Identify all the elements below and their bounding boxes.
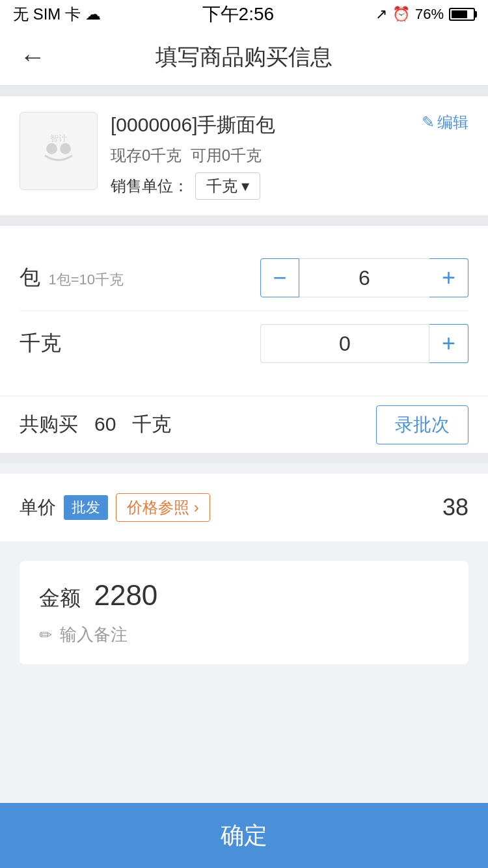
gram-input[interactable]	[260, 324, 429, 363]
amount-value: 2280	[94, 579, 157, 611]
price-value: 38	[442, 494, 468, 521]
svg-point-0	[46, 143, 57, 154]
product-unit-row: 销售单位： 千克 ▾	[111, 172, 409, 200]
divider-2	[0, 453, 488, 463]
product-logo-icon: 智计	[36, 128, 81, 174]
amount-display: 金额 2280	[39, 579, 449, 613]
pencil-icon: ✏	[39, 626, 52, 644]
status-right: ↗ ⏰ 76%	[375, 6, 475, 23]
total-amount: 60	[94, 413, 116, 435]
package-row: 包 1包=10千克 − +	[20, 245, 468, 310]
battery-icon	[449, 8, 475, 21]
status-time: 下午2:56	[202, 2, 275, 27]
battery-percent: 76%	[415, 6, 444, 23]
status-left: 无 SIM 卡 ☁	[13, 4, 101, 25]
svg-text:智计: 智计	[50, 134, 67, 143]
package-plus-button[interactable]: +	[429, 258, 468, 297]
divider-1	[0, 215, 488, 226]
package-quantity-control: − +	[260, 258, 468, 297]
gram-label: 千克	[20, 329, 61, 358]
product-card: 智计 [0000006]手撕面包 现存0千克 可用0千克 销售单位： 千克 ▾ …	[0, 96, 488, 215]
confirm-button[interactable]: 确定	[0, 803, 488, 868]
product-stock: 现存0千克 可用0千克	[111, 145, 409, 166]
price-ref-button[interactable]: 价格参照 ›	[116, 493, 210, 522]
product-name: [0000006]手撕面包	[111, 112, 409, 139]
package-label: 包 1包=10千克	[20, 264, 124, 292]
package-input[interactable]	[299, 258, 429, 297]
price-tag: 批发	[64, 495, 108, 520]
divider-top	[0, 86, 488, 96]
dropdown-icon: ▾	[241, 177, 249, 195]
status-bar: 无 SIM 卡 ☁ 下午2:56 ↗ ⏰ 76%	[0, 0, 488, 29]
input-section: 包 1包=10千克 − + 千克 +	[0, 226, 488, 396]
svg-point-1	[60, 143, 71, 154]
total-text: 共购买 60 千克	[20, 411, 171, 438]
price-left: 单价 批发 价格参照 ›	[20, 493, 210, 522]
sim-status: 无 SIM 卡 ☁	[13, 4, 101, 25]
page-title: 填写商品购买信息	[156, 42, 332, 72]
total-section: 共购买 60 千克 录批次	[0, 396, 488, 453]
gram-plus-button[interactable]: +	[429, 324, 468, 363]
batch-button[interactable]: 录批次	[376, 405, 468, 444]
bottom-spacer	[0, 684, 488, 803]
product-info: [0000006]手撕面包 现存0千克 可用0千克 销售单位： 千克 ▾	[111, 112, 409, 200]
gram-quantity-control: +	[260, 324, 468, 363]
amount-section: 金额 2280 ✏ 输入备注	[0, 541, 488, 684]
package-minus-button[interactable]: −	[260, 258, 299, 297]
price-section: 单价 批发 价格参照 › 38	[0, 474, 488, 541]
price-row: 单价 批发 价格参照 › 38	[20, 493, 468, 522]
note-placeholder: 输入备注	[60, 623, 128, 646]
edit-icon: ✎	[422, 113, 435, 131]
location-icon: ↗	[375, 6, 387, 23]
note-row[interactable]: ✏ 输入备注	[39, 623, 449, 646]
nav-bar: ← 填写商品购买信息	[0, 29, 488, 86]
back-button[interactable]: ←	[20, 42, 59, 72]
product-image: 智计	[20, 112, 98, 190]
amount-row: 金额 2280 ✏ 输入备注	[20, 561, 468, 664]
price-label: 单价	[20, 495, 56, 520]
unit-select[interactable]: 千克 ▾	[195, 172, 260, 200]
alarm-icon: ⏰	[392, 6, 410, 23]
gram-row: 千克 +	[20, 310, 468, 376]
edit-button[interactable]: ✎ 编辑	[422, 112, 468, 133]
